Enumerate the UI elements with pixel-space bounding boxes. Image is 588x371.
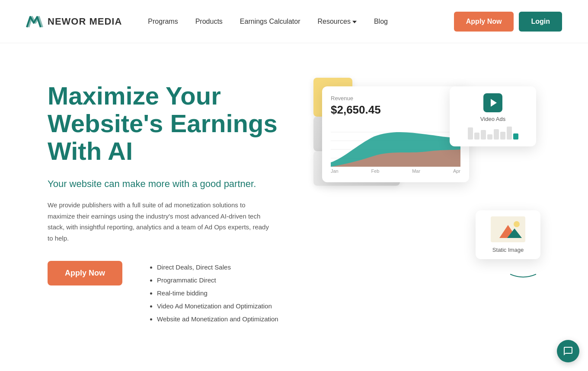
scroll-indicator <box>510 272 527 281</box>
blog-link[interactable]: Blog <box>374 18 388 25</box>
nav-item-products[interactable]: Products <box>195 18 223 25</box>
nav-item-resources[interactable]: Resources <box>317 18 356 25</box>
apply-now-hero-button[interactable]: Apply Now <box>48 261 122 285</box>
video-play-icon <box>483 93 502 112</box>
navbar-right: Apply Now Login <box>454 12 562 32</box>
resources-link[interactable]: Resources <box>317 18 356 25</box>
chat-icon <box>563 346 573 356</box>
nav-item-programs[interactable]: Programs <box>148 18 178 25</box>
static-image-card: Static Image <box>476 210 540 259</box>
feature-item: Real-time bidding <box>157 287 278 300</box>
feature-item: Direct Deals, Direct Sales <box>157 261 278 274</box>
revenue-card: Revenue $2,650.45 Jan Feb Mar <box>322 86 469 182</box>
earnings-link[interactable]: Earnings Calculator <box>240 18 300 25</box>
static-image-label: Static Image <box>482 247 534 253</box>
navbar: NEWOR MEDIA Programs Products Earnings C… <box>0 0 588 43</box>
revenue-label: Revenue <box>331 95 460 101</box>
static-mountains-icon <box>491 216 525 242</box>
nav-links: Programs Products Earnings Calculator Re… <box>148 18 388 25</box>
video-ads-card: Video Ads <box>450 86 536 146</box>
chevron-down-icon <box>352 21 357 23</box>
hero-subtitle: Your website can make more with a good p… <box>48 178 296 191</box>
video-bars <box>457 127 529 140</box>
navbar-left: NEWOR MEDIA Programs Products Earnings C… <box>26 15 388 28</box>
hero-illustration: Revenue $2,650.45 Jan Feb Mar <box>313 78 562 294</box>
chart-labels: Jan Feb Mar Apr <box>331 168 460 174</box>
logo[interactable]: NEWOR MEDIA <box>26 15 122 28</box>
nav-item-earnings[interactable]: Earnings Calculator <box>240 18 300 25</box>
logo-text: NEWOR MEDIA <box>48 16 122 27</box>
video-ads-label: Video Ads <box>457 116 529 122</box>
programs-link[interactable]: Programs <box>148 18 178 25</box>
logo-icon <box>26 15 43 28</box>
nav-item-blog[interactable]: Blog <box>374 18 388 25</box>
revenue-amount: $2,650.45 <box>331 103 460 117</box>
features-list: Direct Deals, Direct SalesProgrammatic D… <box>148 261 278 326</box>
apply-now-nav-button[interactable]: Apply Now <box>454 12 514 32</box>
hero-left: Maximize Your Website's Earnings With AI… <box>48 69 296 326</box>
logo-brand: NEWOR <box>48 16 86 27</box>
hero-cta-row: Apply Now Direct Deals, Direct SalesProg… <box>48 261 296 326</box>
logo-suffix: MEDIA <box>86 16 122 27</box>
revenue-chart <box>331 124 460 167</box>
static-image-placeholder <box>491 216 525 242</box>
hero-body: We provide publishers with a full suite … <box>48 200 272 244</box>
login-button[interactable]: Login <box>519 12 562 32</box>
hero-title: Maximize Your Website's Earnings With AI <box>48 82 296 165</box>
chat-bubble-button[interactable] <box>557 340 579 362</box>
feature-item: Video Ad Monetization and Optimization <box>157 300 278 313</box>
feature-item: Website ad Monetization and Optimization <box>157 313 278 326</box>
products-link[interactable]: Products <box>195 18 223 25</box>
feature-item: Programmatic Direct <box>157 274 278 287</box>
hero-section: Maximize Your Website's Earnings With AI… <box>0 43 588 371</box>
svg-point-10 <box>514 221 520 227</box>
